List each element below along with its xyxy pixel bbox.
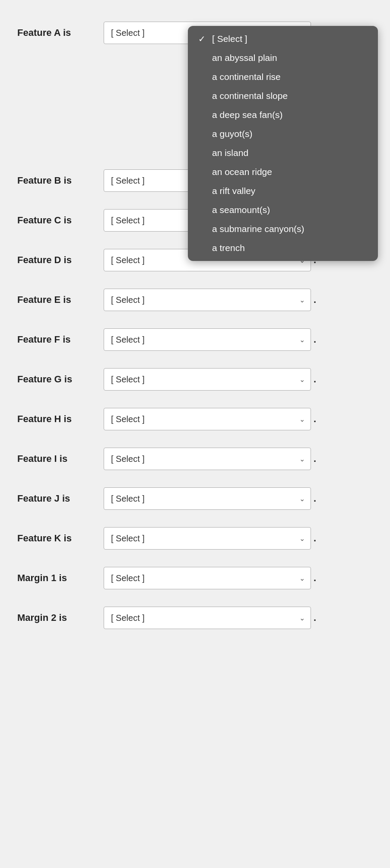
select-margin-2[interactable]: [ Select ] an abyssal plain a continenta…	[104, 607, 311, 629]
select-wrapper-feature-i: [ Select ] an abyssal plain a continenta…	[104, 448, 311, 470]
dot-feature-h: .	[314, 413, 316, 425]
form-row-feature-h: Feature H is [ Select ] an abyssal plain…	[17, 408, 373, 430]
dropdown-menu: ✓ [ Select ] an abyssal plain a continen…	[188, 26, 378, 261]
dropdown-item-label: a guyot(s)	[212, 129, 252, 139]
select-wrapper-feature-k: [ Select ] an abyssal plain a continenta…	[104, 527, 311, 550]
label-feature-k: Feature K is	[17, 533, 104, 544]
select-wrapper-feature-e: [ Select ] an abyssal plain a continenta…	[104, 289, 311, 311]
label-margin-2: Margin 2 is	[17, 612, 104, 623]
check-icon: ✓	[198, 34, 210, 44]
dot-margin-1: .	[314, 572, 316, 584]
select-feature-k[interactable]: [ Select ] an abyssal plain a continenta…	[104, 527, 311, 550]
label-feature-b: Feature B is	[17, 175, 104, 186]
form-row-feature-j: Feature J is [ Select ] an abyssal plain…	[17, 487, 373, 510]
select-wrapper-feature-g: [ Select ] an abyssal plain a continenta…	[104, 368, 311, 391]
form-row-feature-g: Feature G is [ Select ] an abyssal plain…	[17, 368, 373, 391]
select-wrapper-feature-f: [ Select ] an abyssal plain a continenta…	[104, 328, 311, 351]
select-margin-1[interactable]: [ Select ] an abyssal plain a continenta…	[104, 567, 311, 589]
form-row-feature-k: Feature K is [ Select ] an abyssal plain…	[17, 527, 373, 550]
dropdown-item-select[interactable]: ✓ [ Select ]	[188, 29, 378, 48]
dropdown-item-rift-valley[interactable]: a rift valley	[188, 181, 378, 200]
dropdown-item-submarine-canyon[interactable]: a submarine canyon(s)	[188, 219, 378, 238]
dropdown-item-label: a rift valley	[212, 186, 255, 196]
select-wrapper-feature-h: [ Select ] an abyssal plain a continenta…	[104, 408, 311, 430]
select-wrapper-feature-a: [ Select ] an abyssal plain a continenta…	[104, 22, 311, 44]
dropdown-item-label: an ocean ridge	[212, 167, 272, 177]
dropdown-item-guyot[interactable]: a guyot(s)	[188, 124, 378, 143]
select-feature-i[interactable]: [ Select ] an abyssal plain a continenta…	[104, 448, 311, 470]
dropdown-item-label: a deep sea fan(s)	[212, 110, 282, 120]
dropdown-item-abyssal-plain[interactable]: an abyssal plain	[188, 48, 378, 67]
dropdown-item-continental-slope[interactable]: a continental slope	[188, 86, 378, 105]
dot-margin-2: .	[314, 612, 316, 623]
label-feature-i: Feature I is	[17, 453, 104, 464]
dropdown-item-ocean-ridge[interactable]: an ocean ridge	[188, 162, 378, 181]
select-feature-g[interactable]: [ Select ] an abyssal plain a continenta…	[104, 368, 311, 391]
dot-feature-i: .	[314, 453, 316, 464]
label-feature-c: Feature C is	[17, 215, 104, 226]
select-feature-f[interactable]: [ Select ] an abyssal plain a continenta…	[104, 328, 311, 351]
dropdown-item-trench[interactable]: a trench	[188, 238, 378, 258]
select-feature-h[interactable]: [ Select ] an abyssal plain a continenta…	[104, 408, 311, 430]
dropdown-item-label: a continental rise	[212, 72, 281, 82]
form-row-margin-1: Margin 1 is [ Select ] an abyssal plain …	[17, 567, 373, 589]
dot-feature-e: .	[314, 294, 316, 305]
dot-feature-j: .	[314, 493, 316, 504]
form-row-feature-i: Feature I is [ Select ] an abyssal plain…	[17, 448, 373, 470]
form-row-margin-2: Margin 2 is [ Select ] an abyssal plain …	[17, 607, 373, 629]
dropdown-item-label: an island	[212, 148, 248, 158]
dropdown-item-label: a submarine canyon(s)	[212, 224, 304, 234]
select-feature-e[interactable]: [ Select ] an abyssal plain a continenta…	[104, 289, 311, 311]
label-feature-d: Feature D is	[17, 254, 104, 266]
label-feature-g: Feature G is	[17, 374, 104, 385]
select-feature-j[interactable]: [ Select ] an abyssal plain a continenta…	[104, 487, 311, 510]
form-row-feature-f: Feature F is [ Select ] an abyssal plain…	[17, 328, 373, 351]
dropdown-item-label: an abyssal plain	[212, 53, 277, 63]
dropdown-item-label: [ Select ]	[212, 34, 247, 44]
dot-feature-f: .	[314, 334, 316, 345]
label-feature-f: Feature F is	[17, 334, 104, 345]
dot-feature-k: .	[314, 533, 316, 544]
dropdown-item-label: a trench	[212, 243, 245, 253]
dropdown-item-seamount[interactable]: a seamount(s)	[188, 200, 378, 219]
label-feature-a: Feature A is	[17, 27, 104, 38]
select-wrapper-feature-j: [ Select ] an abyssal plain a continenta…	[104, 487, 311, 510]
label-feature-h: Feature H is	[17, 413, 104, 425]
form-row-feature-a: Feature A is [ Select ] an abyssal plain…	[17, 22, 373, 44]
form-row-feature-e: Feature E is [ Select ] an abyssal plain…	[17, 289, 373, 311]
dropdown-item-label: a continental slope	[212, 91, 288, 101]
dropdown-item-island[interactable]: an island	[188, 143, 378, 162]
select-wrapper-margin-1: [ Select ] an abyssal plain a continenta…	[104, 567, 311, 589]
label-margin-1: Margin 1 is	[17, 572, 104, 584]
label-feature-e: Feature E is	[17, 294, 104, 305]
dropdown-item-label: a seamount(s)	[212, 205, 270, 215]
dot-feature-g: .	[314, 374, 316, 385]
select-wrapper-margin-2: [ Select ] an abyssal plain a continenta…	[104, 607, 311, 629]
label-feature-j: Feature J is	[17, 493, 104, 504]
dropdown-item-continental-rise[interactable]: a continental rise	[188, 67, 378, 86]
dropdown-item-deep-sea-fan[interactable]: a deep sea fan(s)	[188, 105, 378, 124]
